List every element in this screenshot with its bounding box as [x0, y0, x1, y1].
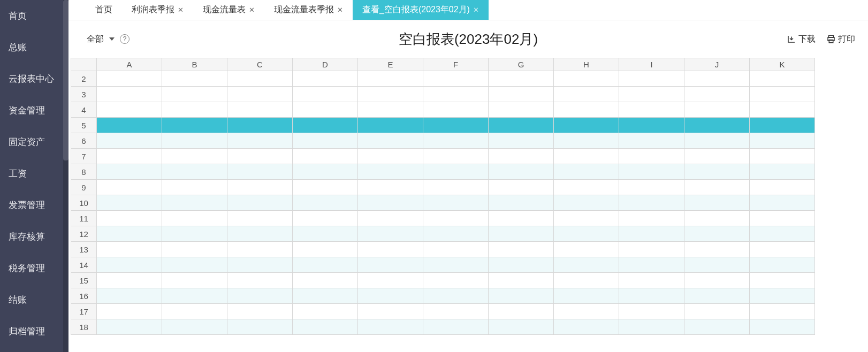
cell[interactable] [489, 118, 554, 133]
cell[interactable] [489, 211, 554, 226]
cell[interactable] [358, 288, 423, 304]
cell[interactable] [619, 195, 684, 211]
sidebar-item-fixed-assets[interactable]: 固定资产 [0, 126, 68, 158]
tab-profit-quarterly[interactable]: 利润表季报 ✕ [122, 0, 193, 20]
cell[interactable] [619, 102, 684, 118]
column-header[interactable]: B [162, 58, 227, 71]
cell[interactable] [619, 180, 684, 195]
cell[interactable] [97, 288, 162, 304]
download-button[interactable]: 下载 [787, 34, 816, 45]
cell[interactable] [293, 257, 358, 273]
cell[interactable] [554, 133, 619, 149]
column-header[interactable]: C [227, 58, 293, 71]
close-icon[interactable]: ✕ [178, 6, 184, 14]
close-icon[interactable]: ✕ [337, 6, 343, 14]
row-header[interactable]: 17 [71, 304, 97, 319]
cell[interactable] [293, 242, 358, 257]
cell[interactable] [489, 133, 554, 149]
row-header[interactable]: 10 [71, 195, 97, 211]
cell[interactable] [684, 226, 750, 242]
sidebar-item-closing[interactable]: 结账 [0, 284, 68, 316]
sidebar-scrollbar[interactable] [63, 0, 68, 352]
cell[interactable] [554, 195, 619, 211]
cell[interactable] [162, 180, 227, 195]
cell[interactable] [358, 164, 423, 180]
cell[interactable] [619, 226, 684, 242]
cell[interactable] [97, 149, 162, 164]
sidebar-item-tax[interactable]: 税务管理 [0, 252, 68, 284]
cell[interactable] [489, 226, 554, 242]
cell[interactable] [489, 273, 554, 288]
cell[interactable] [227, 257, 293, 273]
cell[interactable] [750, 149, 815, 164]
sidebar-item-ledger[interactable]: 总账 [0, 32, 68, 63]
cell[interactable] [97, 164, 162, 180]
cell[interactable] [423, 102, 489, 118]
cell[interactable] [684, 164, 750, 180]
cell[interactable] [97, 226, 162, 242]
close-icon[interactable]: ✕ [249, 6, 255, 14]
cell[interactable] [750, 164, 815, 180]
row-header[interactable]: 6 [71, 133, 97, 149]
cell[interactable] [750, 87, 815, 102]
row-header[interactable]: 3 [71, 87, 97, 102]
sidebar-item-invoice[interactable]: 发票管理 [0, 189, 68, 221]
cell[interactable] [554, 87, 619, 102]
cell[interactable] [750, 226, 815, 242]
cell[interactable] [750, 319, 815, 335]
cell[interactable] [162, 195, 227, 211]
cell[interactable] [554, 102, 619, 118]
tab-cashflow[interactable]: 现金流量表 ✕ [193, 0, 264, 20]
cell[interactable] [97, 273, 162, 288]
cell[interactable] [358, 133, 423, 149]
cell[interactable] [97, 242, 162, 257]
cell[interactable] [162, 133, 227, 149]
cell[interactable] [684, 273, 750, 288]
cell[interactable] [162, 118, 227, 133]
cell[interactable] [162, 87, 227, 102]
cell[interactable] [227, 195, 293, 211]
cell[interactable] [554, 118, 619, 133]
cell[interactable] [293, 102, 358, 118]
cell[interactable] [423, 133, 489, 149]
column-header[interactable]: G [489, 58, 554, 71]
cell[interactable] [162, 288, 227, 304]
column-header[interactable]: J [684, 58, 750, 71]
cell[interactable] [489, 149, 554, 164]
cell[interactable] [684, 71, 750, 87]
cell[interactable] [97, 319, 162, 335]
sidebar-item-cloud-reports[interactable]: 云报表中心 [0, 63, 68, 95]
cell[interactable] [554, 180, 619, 195]
spreadsheet[interactable]: ABCDEFGHIJK23456789101112131415161718 [68, 58, 868, 352]
cell[interactable] [423, 288, 489, 304]
cell[interactable] [423, 319, 489, 335]
cell[interactable] [293, 164, 358, 180]
cell[interactable] [489, 164, 554, 180]
cell[interactable] [489, 87, 554, 102]
cell[interactable] [619, 118, 684, 133]
cell[interactable] [97, 133, 162, 149]
cell[interactable] [227, 273, 293, 288]
cell[interactable] [423, 71, 489, 87]
cell[interactable] [358, 195, 423, 211]
cell[interactable] [684, 257, 750, 273]
cell[interactable] [227, 180, 293, 195]
cell[interactable] [554, 273, 619, 288]
cell[interactable] [358, 319, 423, 335]
tab-home[interactable]: 首页 [86, 0, 122, 20]
cell[interactable] [684, 180, 750, 195]
cell[interactable] [750, 211, 815, 226]
cell[interactable] [358, 149, 423, 164]
cell[interactable] [293, 304, 358, 319]
cell[interactable] [358, 87, 423, 102]
cell[interactable] [423, 149, 489, 164]
cell[interactable] [423, 257, 489, 273]
cell[interactable] [293, 195, 358, 211]
cell[interactable] [293, 288, 358, 304]
cell[interactable] [97, 180, 162, 195]
cell[interactable] [750, 242, 815, 257]
row-header[interactable]: 13 [71, 242, 97, 257]
cell[interactable] [97, 71, 162, 87]
cell[interactable] [162, 211, 227, 226]
cell[interactable] [227, 118, 293, 133]
